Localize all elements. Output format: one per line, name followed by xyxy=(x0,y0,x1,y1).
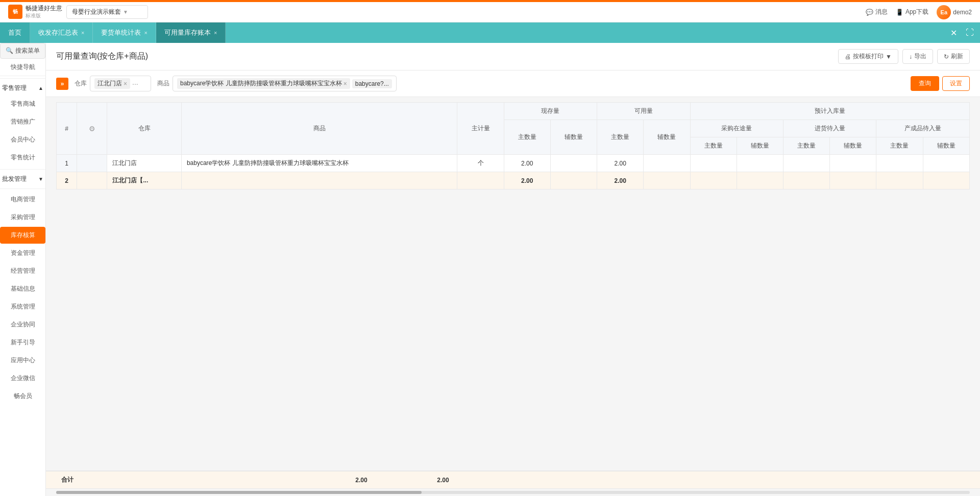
footer-available-main: 2.00 xyxy=(423,477,463,484)
sidebar-group-retail[interactable]: 零售管理 ▲ xyxy=(0,81,45,96)
sidebar-item-purchase[interactable]: 采购管理 xyxy=(0,209,45,226)
scrollbar-area xyxy=(46,489,980,496)
main-layout: 🔍 搜索菜单 快捷导航 零售管理 ▲ 零售商城 营销推广 会员中心 零售统计 批… xyxy=(0,43,980,496)
product-tag-remove[interactable]: × xyxy=(344,80,347,87)
message-icon: 💬 xyxy=(866,9,873,16)
marketing-label: 营销推广 xyxy=(11,117,35,126)
product-extra-text: babycare?... xyxy=(355,80,389,87)
retail-arrow: ▲ xyxy=(38,85,43,91)
sidebar-quick-nav[interactable]: 快捷导航 xyxy=(0,59,45,76)
warehouse-filter-input[interactable]: 江北门店 × ··· xyxy=(90,76,151,91)
th-incoming-pending: 进货待入量 xyxy=(783,120,876,137)
export-btn[interactable]: ↓ 导出 xyxy=(902,49,933,64)
tenant-selector[interactable]: 母婴行业演示账套 ▼ xyxy=(66,5,148,19)
tab-receipt-close[interactable]: × xyxy=(81,30,84,36)
sidebar-item-member2[interactable]: 畅会员 xyxy=(0,388,45,405)
warehouse-tag-remove[interactable]: × xyxy=(124,80,127,87)
table-row-subtotal: 2 江北门店【... 2.00 2.00 xyxy=(57,172,970,190)
row1-finished-aux xyxy=(923,155,969,172)
sidebar-item-retail-stats[interactable]: 零售统计 xyxy=(0,149,45,166)
sidebar-item-newbie[interactable]: 新手引导 xyxy=(0,334,45,351)
warehouse-tag: 江北门店 × xyxy=(94,78,130,89)
export-icon: ↓ xyxy=(909,53,912,60)
row1-current-aux xyxy=(550,155,597,172)
tab-receipt-summary[interactable]: 收发存汇总表 × xyxy=(30,22,93,43)
logo-area: 畅 畅捷通好生意 标准版 xyxy=(8,5,62,19)
sidebar-item-marketing[interactable]: 营销推广 xyxy=(0,113,45,130)
tab-available-close[interactable]: × xyxy=(214,30,217,36)
tab-order-close[interactable]: × xyxy=(144,30,147,36)
th-purchased-main: 主数量 xyxy=(690,137,737,155)
sidebar-item-inventory[interactable]: 库存核算 xyxy=(0,227,45,244)
product-tag-text: babycare学饮杯 儿童防摔防撞吸管杯重力球吸嘴杯宝宝水杯 xyxy=(180,79,342,88)
settings-gear-icon[interactable]: ⚙ xyxy=(88,125,96,133)
sidebar-divider-3 xyxy=(0,188,45,189)
template-print-btn[interactable]: 🖨 按模板打印 ▼ xyxy=(838,49,898,64)
window-maximize-btn[interactable]: ⛶ xyxy=(964,27,976,39)
th-purchased-aux: 辅数量 xyxy=(737,137,783,155)
sidebar-item-enterprise[interactable]: 企业协同 xyxy=(0,316,45,333)
sidebar-item-system[interactable]: 系统管理 xyxy=(0,298,45,315)
sidebar-item-enterprise-wechat[interactable]: 企业微信 xyxy=(0,370,45,387)
wholesale-label: 批发管理 xyxy=(2,175,27,183)
th-current-stock: 现存量 xyxy=(504,103,597,120)
data-table: # ⚙ 仓库 商品 主计量 现存量 可用量 预计入库量 主数量 辅数量 xyxy=(56,102,970,190)
tab-available-stock[interactable]: 可用量库存账本 × xyxy=(156,22,226,43)
export-label: 导出 xyxy=(914,52,926,61)
tenant-name: 母婴行业演示账套 xyxy=(72,8,121,16)
row1-current-main: 2.00 xyxy=(504,155,550,172)
basic-label: 基础信息 xyxy=(11,285,35,293)
query-btn[interactable]: 查询 xyxy=(911,76,939,91)
filter-row: » 仓库 江北门店 × ··· 商品 babycare xyxy=(56,76,970,91)
warehouse-tag-text: 江北门店 xyxy=(97,79,122,88)
filter-toggle-btn[interactable]: » xyxy=(56,78,68,90)
tab-bar: 首页 收发存汇总表 × 要货单统计表 × 可用量库存账本 × ✕ ⛶ xyxy=(0,22,980,43)
search-icon: 🔍 xyxy=(6,47,13,54)
tab-order-stats[interactable]: 要货单统计表 × xyxy=(93,22,156,43)
top-bar: 畅 畅捷通好生意 标准版 母婴行业演示账套 ▼ 💬 消息 📱 App下载 Ea … xyxy=(0,2,980,22)
row2-purchased-aux xyxy=(737,172,783,190)
tab-order-label: 要货单统计表 xyxy=(101,28,141,37)
page-header: 可用量查询(按仓库+商品) 🖨 按模板打印 ▼ ↓ 导出 ↻ 刷新 xyxy=(46,43,980,70)
sidebar-item-retail-mall[interactable]: 零售商城 xyxy=(0,96,45,112)
user-menu[interactable]: Ea demo2 xyxy=(937,5,972,19)
row2-available-main: 2.00 xyxy=(597,172,644,190)
window-close-btn[interactable]: ✕ xyxy=(947,27,960,39)
sidebar-item-finance[interactable]: 资金管理 xyxy=(0,245,45,262)
sidebar-item-ecommerce[interactable]: 电商管理 xyxy=(0,191,45,208)
tab-home-label: 首页 xyxy=(8,28,21,37)
sidebar-item-operations[interactable]: 经营管理 xyxy=(0,263,45,279)
product-tag: babycare学饮杯 儿童防摔防撞吸管杯重力球吸嘴杯宝宝水杯 × xyxy=(177,78,350,89)
th-warehouse: 仓库 xyxy=(107,103,182,155)
row2-unit xyxy=(457,172,504,190)
app-download-btn[interactable]: 📱 App下载 xyxy=(896,8,928,16)
row1-finished-main xyxy=(876,155,923,172)
tab-home[interactable]: 首页 xyxy=(0,22,30,43)
download-icon: 📱 xyxy=(896,9,903,16)
member2-label: 畅会员 xyxy=(14,392,32,400)
row2-warehouse: 江北门店【... xyxy=(107,172,182,190)
warehouse-more-btn[interactable]: ··· xyxy=(132,80,138,88)
th-no: # xyxy=(57,103,77,155)
message-btn[interactable]: 💬 消息 xyxy=(866,8,888,16)
row1-available-main: 2.00 xyxy=(597,155,644,172)
member-label: 会员中心 xyxy=(11,135,35,144)
scrollbar-thumb[interactable] xyxy=(56,491,422,494)
sidebar-search-btn[interactable]: 🔍 搜索菜单 xyxy=(0,43,45,59)
product-filter-label: 商品 xyxy=(157,79,169,88)
scrollbar-track[interactable] xyxy=(56,491,970,494)
product-filter-input[interactable]: babycare学饮杯 儿童防摔防撞吸管杯重力球吸嘴杯宝宝水杯 × babyca… xyxy=(173,76,397,91)
print-arrow-icon: ▼ xyxy=(886,53,892,60)
message-label: 消息 xyxy=(875,8,888,16)
retail-stats-label: 零售统计 xyxy=(11,153,35,162)
app-sub: 标准版 xyxy=(26,12,62,19)
sidebar-item-basic[interactable]: 基础信息 xyxy=(0,280,45,297)
sidebar-item-member[interactable]: 会员中心 xyxy=(0,131,45,148)
sidebar-item-app-center[interactable]: 应用中心 xyxy=(0,352,45,369)
th-current-main: 主数量 xyxy=(504,120,550,155)
row2-current-aux xyxy=(550,172,597,190)
th-available-main: 主数量 xyxy=(597,120,644,155)
settings-btn[interactable]: 设置 xyxy=(942,76,970,91)
refresh-btn[interactable]: ↻ 刷新 xyxy=(937,49,970,64)
sidebar-group-wholesale[interactable]: 批发管理 ▼ xyxy=(0,172,45,186)
